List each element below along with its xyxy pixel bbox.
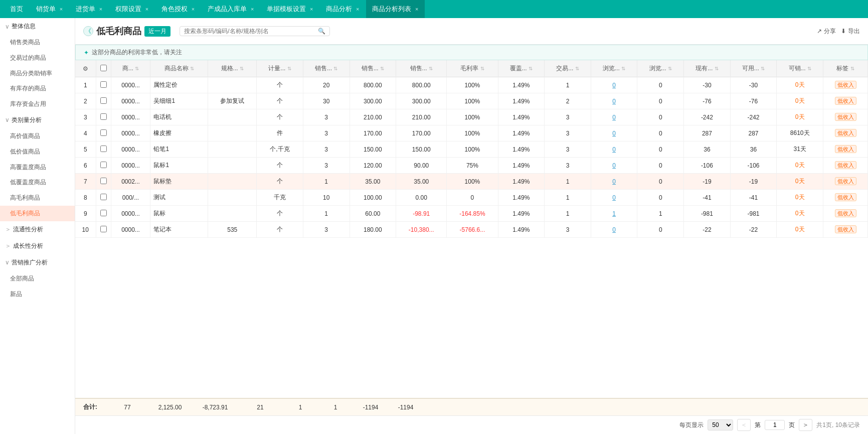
sidebar-item-new-goods[interactable]: 新品 [0,286,75,302]
nav-sales[interactable]: 销货单 × [30,0,69,18]
page-number-input[interactable] [765,420,785,430]
sidebar-item-stock-capital[interactable]: 库存资金占用 [0,96,75,112]
row-browse1[interactable]: 0 [591,125,637,141]
table-row: 4 0000... 橡皮擦 件 3 170.00 170.00 100% 1.4… [75,125,868,141]
sidebar-section-quantity[interactable]: ∨ 类别量分析 [0,112,75,128]
row-browse1[interactable]: 0 [591,174,637,190]
row-checkbox[interactable] [100,81,107,88]
row-name: 铅笔1 [150,141,208,158]
row-checkbox[interactable] [100,97,107,104]
sidebar-item-traded-goods[interactable]: 交易过的商品 [0,50,75,66]
sidebar-item-low-margin[interactable]: 低毛利商品 [0,206,75,221]
table-container[interactable]: ⚙ 商... ⇅ 商品名称 ⇅ 规格... ⇅ 计量... ⇅ 销售... ⇅ … [75,60,868,398]
row-unit: 个 [257,77,303,93]
table-row: 8 000/... 测试 千克 10 100.00 0.00 0 1.49% 1… [75,190,868,206]
search-icon[interactable]: 🔍 [318,28,325,35]
row-available: -76 [730,93,777,109]
row-checkbox[interactable] [100,210,107,216]
sidebar-item-low-value[interactable]: 低价值商品 [0,144,75,160]
row-browse1[interactable]: 0 [591,141,637,158]
row-checkbox-cell [96,141,111,158]
col-trade[interactable]: 交易... ⇅ [545,60,591,77]
row-sales-profit: 170.00 [396,125,447,141]
sidebar-section-liquidity[interactable]: ＞ 流通性分析 [0,221,75,238]
sidebar-item-category-assist[interactable]: 商品分类助销率 [0,66,75,81]
row-checkbox[interactable] [100,226,107,232]
row-browse1[interactable]: 0 [591,109,637,125]
row-name: 鼠标垫 [150,174,208,190]
sidebar-item-high-coverage[interactable]: 高覆盖度商品 [0,160,75,175]
row-checkbox-cell [96,125,111,141]
nav-product-entry[interactable]: 产成品入库单 × [202,0,260,18]
row-checkbox[interactable] [100,162,107,168]
col-code[interactable]: 商... ⇅ [111,60,150,77]
row-browse1[interactable]: 0 [591,222,637,238]
row-browse1[interactable]: 0 [591,77,637,93]
row-spec [208,77,257,93]
collapse-sidebar-button[interactable]: 《 [83,26,93,36]
col-sales-price[interactable]: 销售... ⇅ [350,60,396,77]
row-code: 000/... [111,190,150,206]
chevron-down-icon-2: ∨ [5,116,10,123]
row-tag: 低收入 [823,190,868,206]
col-tag[interactable]: 标签 ⇅ [823,60,868,77]
col-unit[interactable]: 计量... ⇅ [257,60,303,77]
nav-template[interactable]: 单据模板设置 × [261,0,319,18]
row-current-stock: -106 [684,158,731,174]
nav-home[interactable]: 首页 [4,0,29,18]
row-browse1[interactable]: 0 [591,158,637,174]
col-saleable[interactable]: 可销... ⇅ [777,60,823,77]
row-browse1[interactable]: 1 [591,206,637,222]
sidebar-item-stock-goods[interactable]: 有库存的商品 [0,81,75,96]
table-row: 1 0000... 属性定价 个 20 800.00 800.00 100% 1… [75,77,868,93]
col-cover-rate[interactable]: 覆盖... ⇅ [498,60,545,77]
nav-product-analysis[interactable]: 商品分析 × [320,0,365,18]
prev-page-button[interactable]: ＜ [737,419,751,431]
row-browse1[interactable]: 0 [591,190,637,206]
row-checkbox[interactable] [100,194,107,200]
col-browse1[interactable]: 浏览... ⇅ [591,60,637,77]
col-sales-profit[interactable]: 销售... ⇅ [396,60,447,77]
col-available[interactable]: 可用... ⇅ [730,60,777,77]
col-browse2[interactable]: 浏览... ⇅ [637,60,684,77]
row-saleable: 0天 [777,206,823,222]
row-checkbox[interactable] [100,178,107,184]
col-current-stock[interactable]: 现有... ⇅ [684,60,731,77]
row-browse1[interactable]: 0 [591,93,637,109]
col-name[interactable]: 商品名称 ⇅ [150,60,208,77]
next-page-button[interactable]: ＞ [799,419,812,431]
row-sales-qty: 30 [303,93,350,109]
nav-roles[interactable]: 角色授权 × [155,0,201,18]
export-button[interactable]: ⬇ 导出 [841,27,860,36]
row-checkbox[interactable] [100,129,107,136]
sidebar-item-high-margin[interactable]: 高毛利商品 [0,190,75,206]
row-checkbox-cell [96,190,111,206]
row-current-stock: -76 [684,93,731,109]
row-browse2: 0 [637,77,684,93]
time-filter-button[interactable]: 近一月 [144,26,170,37]
col-sales-qty[interactable]: 销售... ⇅ [303,60,350,77]
select-all-checkbox[interactable] [100,65,107,71]
row-available: -30 [730,77,777,93]
sidebar-item-sales-goods[interactable]: 销售类商品 [0,35,75,50]
row-checkbox[interactable] [100,146,107,152]
nav-permissions[interactable]: 权限设置 × [109,0,154,18]
page-size-select[interactable]: 50 100 200 [708,419,733,430]
nav-product-analysis-list[interactable]: 商品分析列表 × [366,0,424,18]
share-button[interactable]: ↗ 分享 [817,27,836,36]
sidebar-item-all-goods[interactable]: 全部商品 [0,271,75,286]
nav-purchase[interactable]: 进货单 × [70,0,108,18]
row-sales-qty: 3 [303,141,350,158]
sidebar-section-growth[interactable]: ＞ 成长性分析 [0,238,75,254]
row-sales-qty: 3 [303,158,350,174]
sidebar-item-high-value[interactable]: 高价值商品 [0,128,75,144]
sidebar-section-overall[interactable]: ∨ 整体信息 [0,18,75,35]
sidebar-item-low-coverage[interactable]: 低覆盖度商品 [0,175,75,190]
col-gross-rate[interactable]: 毛利率 ⇅ [447,60,498,77]
sidebar-section-marketing[interactable]: ∨ 营销推广分析 [0,254,75,271]
row-checkbox[interactable] [100,113,107,120]
col-settings[interactable]: ⚙ [75,60,96,77]
row-saleable: 0天 [777,174,823,190]
col-spec[interactable]: 规格... ⇅ [208,60,257,77]
search-input[interactable] [184,28,316,35]
